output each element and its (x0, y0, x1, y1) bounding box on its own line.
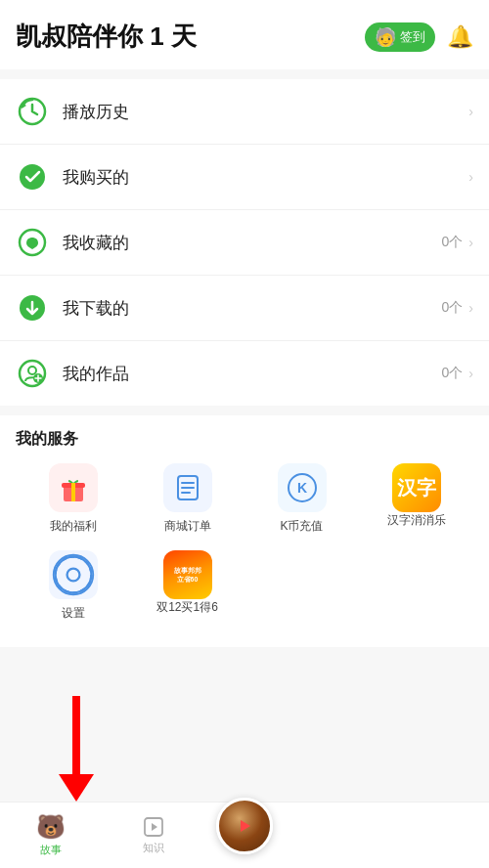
chevron-icon: › (468, 169, 473, 185)
sign-avatar-icon: 🧓 (375, 26, 396, 48)
favorites-label: 我收藏的 (63, 232, 442, 254)
arrow-head (59, 774, 94, 802)
menu-item-favorites[interactable]: 我收藏的 0个 › (0, 210, 489, 276)
play-center-button[interactable] (216, 798, 273, 854)
svg-point-23 (53, 555, 92, 594)
bell-icon[interactable]: 🔔 (447, 24, 473, 50)
services-section: 我的服务 我的福利 (0, 415, 489, 647)
kcoin-icon: K (278, 463, 327, 512)
page-title: 凯叔陪伴你 1 天 (16, 20, 197, 54)
header-actions: 🧓 签到 🔔 (365, 22, 473, 52)
hanzi-label: 汉字消消乐 (387, 512, 446, 529)
purchase-icon (16, 160, 49, 194)
works-icon (16, 357, 49, 390)
story-nav-label: 故事 (40, 843, 62, 857)
activity-icon: 故事邦邦立省60 (163, 550, 212, 599)
chevron-icon: › (468, 300, 473, 316)
activity-label: 双12买1得6 (156, 599, 218, 616)
nav-item-knowledge[interactable]: 知识 (114, 815, 193, 855)
svg-point-7 (28, 367, 36, 374)
works-label: 我的作品 (63, 363, 442, 385)
favorites-icon (16, 226, 49, 259)
bottom-nav: 🐻 故事 知识 (0, 802, 489, 868)
knowledge-nav-icon (142, 815, 165, 839)
chevron-icon: › (468, 366, 473, 381)
hanzi-game-icon: 汉字 (392, 463, 441, 512)
history-icon (16, 95, 49, 128)
service-item-activity[interactable]: 故事邦邦立省60 双12买1得6 (130, 550, 244, 622)
favorites-count: 0个 (442, 234, 464, 251)
kcoin-label: K币充值 (280, 518, 323, 535)
menu-item-history[interactable]: 播放历史 › (0, 79, 489, 145)
svg-point-2 (20, 164, 45, 190)
welfare-label: 我的福利 (50, 518, 97, 535)
sign-label: 签到 (400, 28, 425, 46)
chevron-icon: › (468, 235, 473, 250)
nav-item-story[interactable]: 🐻 故事 (12, 813, 90, 857)
service-item-welfare[interactable]: 我的福利 (16, 463, 130, 535)
svg-marker-26 (241, 820, 250, 832)
sign-in-button[interactable]: 🧓 签到 (365, 22, 435, 52)
chevron-icon: › (468, 104, 473, 119)
order-label: 商城订单 (164, 518, 211, 535)
service-item-hanzi[interactable]: 汉字 汉字消消乐 (359, 463, 473, 535)
gift-icon (49, 463, 98, 512)
menu-item-downloads[interactable]: 我下载的 0个 › (0, 276, 489, 341)
downloads-label: 我下载的 (63, 297, 442, 320)
service-item-settings[interactable]: 设置 (16, 550, 130, 622)
downloads-count: 0个 (442, 299, 464, 317)
svg-text:K: K (296, 480, 306, 496)
play-icon (235, 816, 254, 836)
service-item-order[interactable]: 商城订单 (130, 463, 244, 535)
services-title: 我的服务 (16, 429, 473, 450)
menu-section: 播放历史 › 我购买的 › 我收藏的 0个 › (0, 79, 489, 406)
history-label: 播放历史 (63, 101, 468, 123)
header: 凯叔陪伴你 1 天 🧓 签到 🔔 (0, 0, 489, 69)
downloads-icon (16, 291, 49, 325)
arrow-shaft (72, 696, 80, 774)
settings-label: 设置 (62, 605, 85, 622)
svg-rect-13 (71, 483, 75, 501)
settings-icon (49, 550, 98, 599)
order-icon (163, 463, 212, 512)
purchase-label: 我购买的 (63, 166, 468, 189)
story-nav-icon: 🐻 (36, 813, 66, 841)
menu-item-works[interactable]: 我的作品 0个 › (0, 341, 489, 406)
knowledge-nav-label: 知识 (143, 841, 164, 855)
services-grid: 我的福利 商城订单 K K币充值 (16, 463, 473, 637)
svg-point-22 (67, 569, 79, 582)
nav-item-play[interactable] (216, 817, 273, 854)
red-arrow-overlay (59, 696, 94, 802)
svg-marker-25 (152, 823, 157, 831)
service-item-kcoin[interactable]: K K币充值 (244, 463, 359, 535)
menu-item-purchase[interactable]: 我购买的 › (0, 145, 489, 210)
works-count: 0个 (442, 365, 464, 382)
